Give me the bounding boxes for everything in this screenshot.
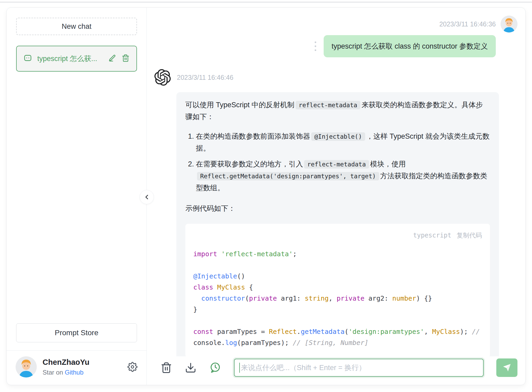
chat-bubble-icon [24,54,32,63]
history-chat-icon [209,362,221,374]
github-link[interactable]: Github [65,369,84,376]
new-chat-label: New chat [62,22,91,31]
message-list: 2023/3/11 16:46:36 typescript 怎么获取 class… [147,8,525,356]
list-item: 在需要获取参数定义的地方，引入reflect-metadata模块，使用Refl… [196,158,490,194]
window-top-edge [0,2,532,2]
message-input[interactable] [240,364,478,372]
user-avatar [16,356,37,377]
code-block-header: typescript 复制代码 [193,230,482,241]
user-message-bubble: typescript 怎么获取 class 的 constructor 参数定义 [324,35,496,57]
new-chat-button[interactable]: New chat [16,18,137,35]
star-on-github: Star on Github [43,369,89,376]
app-window: New chat typescript 怎么获... Prompt Store … [6,7,526,385]
code-line [193,260,482,271]
send-button[interactable] [496,358,517,377]
user-message: 2023/3/11 16:46:36 typescript 怎么获取 class… [154,16,517,57]
list-item: 在类的构造函数参数前面添加装饰器@Injectable()，这样 TypeScr… [196,130,490,154]
assistant-intro: 可以使用 TypeScript 中的反射机制reflect-metadata来获… [185,99,490,123]
code-line: class MyClass { [193,282,482,293]
gear-icon [127,362,137,372]
sidebar-spacer [16,72,137,323]
code-block: typescript 复制代码 import 'reflect-metadata… [185,224,490,356]
context-history-button[interactable] [209,362,221,374]
message-options-icon[interactable] [314,40,317,52]
clear-chat-button[interactable] [160,362,172,374]
copy-code-button[interactable]: 复制代码 [457,230,482,241]
export-button[interactable] [185,362,196,374]
user-info: ChenZhaoYu Star on Github [43,358,89,376]
code-line: console.log(paramTypes); // [String, Num… [193,337,482,348]
chevron-left-icon [143,193,150,201]
prompt-store-button[interactable]: Prompt Store [16,323,137,342]
sidebar-footer: ChenZhaoYu Star on Github [7,350,146,385]
edit-icon[interactable] [108,54,116,63]
sidebar-chat-item-active[interactable]: typescript 怎么获... [16,46,137,72]
user-avatar [501,16,517,32]
openai-logo-icon [154,69,171,86]
code-line: constructor(private arg1: string, privat… [193,293,482,304]
sidebar-collapse-handle[interactable] [140,190,154,204]
chat-item-title: typescript 怎么获... [37,54,103,63]
assistant-message-meta: 2023/3/11 16:46:46 [154,69,233,86]
message-input-wrap [234,359,484,377]
trash-icon [160,362,172,374]
user-timestamp: 2023/3/11 16:46:36 [439,20,496,28]
prompt-store-label: Prompt Store [55,329,98,337]
assistant-message-bubble: 可以使用 TypeScript 中的反射机制reflect-metadata来获… [176,92,499,356]
assistant-steps-list: 在类的构造函数参数前面添加装饰器@Injectable()，这样 TypeScr… [188,130,490,194]
star-prefix: Star on [43,369,65,376]
username: ChenZhaoYu [43,358,89,367]
example-label: 示例代码如下： [185,203,490,214]
code-line: } [193,304,482,315]
code-line: const paramTypes = Reflect.getMetadata('… [193,326,482,337]
code-language-label: typescript [413,230,452,241]
assistant-message: 2023/3/11 16:46:46 可以使用 TypeScript 中的反射机… [154,69,517,356]
code-line: @Injectable() [193,271,482,282]
assistant-timestamp: 2023/3/11 16:46:46 [177,74,233,81]
code-line [193,315,482,326]
settings-button[interactable] [127,362,137,372]
paper-plane-icon [502,363,511,372]
code-content: import 'reflect-metadata'; @Injectable()… [193,249,482,348]
chat-main: 2023/3/11 16:46:36 typescript 怎么获取 class… [147,8,525,385]
composer-bar [147,356,525,385]
code-line: import 'reflect-metadata'; [193,249,482,260]
delete-chat-icon[interactable] [122,54,130,63]
user-message-meta: 2023/3/11 16:46:36 [439,16,517,32]
download-icon [185,362,196,374]
sidebar: New chat typescript 怎么获... Prompt Store … [7,8,147,385]
